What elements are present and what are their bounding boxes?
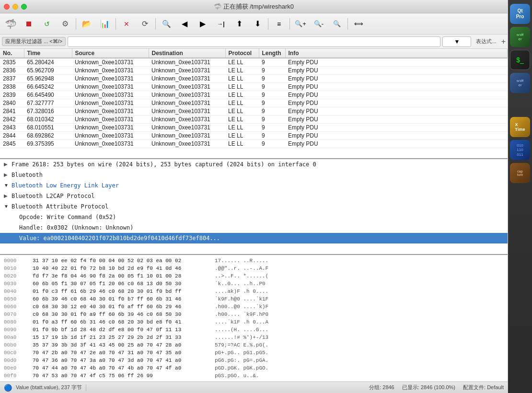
table-row[interactable]: 2842 68.010342 Unknown_0xee103731 Unknow… <box>0 116 508 124</box>
hex-offset: 00f0 <box>4 372 23 380</box>
detail-row[interactable]: ▶ Bluetooth L2CAP Protocol <box>0 191 508 201</box>
table-row[interactable]: 2839 66.645490 Unknown_0xee103731 Unknow… <box>0 91 508 99</box>
detail-row[interactable]: ▶ Bluetooth <box>0 170 508 180</box>
title-bar: 🦈 正在捕获 /tmp/wireshark0 <box>0 0 508 13</box>
go-top-button[interactable]: ⬆ <box>231 16 248 32</box>
sniffer2-icon[interactable]: sniffer <box>510 73 530 93</box>
go-to-button[interactable]: →| <box>212 16 230 32</box>
cell-no: 2836 <box>0 67 24 75</box>
status-icon: 🔵 <box>4 384 12 392</box>
binary-icon[interactable]: 010110011 <box>510 140 530 160</box>
cell-info: Empty PDU <box>285 116 508 124</box>
table-row[interactable]: 2838 66.645242 Unknown_0xee103731 Unknow… <box>0 83 508 91</box>
restart-button[interactable]: ↺ <box>38 16 56 32</box>
hex-row: 0080 01 f0 a3 ff 60 6b 31 46 c0 68 20 30… <box>4 318 504 326</box>
terminal-icon[interactable]: $_ <box>510 50 530 70</box>
toolbar-separator-2 <box>116 18 116 30</box>
filter-dropdown[interactable]: ▼ <box>442 36 471 47</box>
table-row[interactable]: 2835 65.280424 Unknown_0xee103731 Unknow… <box>0 58 508 67</box>
table-row[interactable]: 2845 69.375395 Unknown_0xee103731 Unknow… <box>0 140 508 148</box>
hex-bytes: 70 47 44 a0 70 47 4b a0 70 47 4b a0 70 4… <box>33 364 205 372</box>
capture-icon[interactable]: capture <box>510 163 530 183</box>
save-file-button[interactable]: 📊 <box>96 16 114 32</box>
go-back-button[interactable]: ◀ <box>176 16 193 32</box>
title-text: 🦈 正在捕获 /tmp/wireshark0 <box>214 2 294 11</box>
cell-destination: Unknown_0xee103731 <box>149 83 225 91</box>
reload-button[interactable]: ⟳ <box>136 16 153 32</box>
cell-protocol: LE LL <box>225 116 259 124</box>
hex-ascii: .h00..@0 ....`k)F <box>215 303 268 311</box>
cell-length: 9 <box>259 58 285 67</box>
col-header-no: No. <box>0 49 24 58</box>
zoom-out-button[interactable]: 🔍- <box>310 16 327 32</box>
toolbar-separator-3 <box>155 18 156 30</box>
hex-row: 0000 31 37 10 ee 02 f4 f0 00 04 00 52 02… <box>4 257 504 265</box>
hex-row: 0060 c0 68 30 30 12 e0 40 30 01 f0 af ff… <box>4 303 504 311</box>
add-filter-button[interactable]: + <box>501 37 506 46</box>
hex-ascii: ..>..F.. *......( <box>215 272 268 280</box>
table-row[interactable]: 2843 68.010551 Unknown_0xee103731 Unknow… <box>0 124 508 132</box>
cell-source: Unknown_0xee103731 <box>72 58 149 67</box>
hex-ascii: pGD.pGK. pGK.pGO. <box>215 364 268 372</box>
cell-length: 9 <box>259 107 285 116</box>
packet-table: No. Time Source Destination Protocol Len… <box>0 49 508 148</box>
cell-info: Empty PDU <box>285 75 508 83</box>
hex-offset: 00a0 <box>4 334 23 341</box>
hex-dump[interactable]: 0000 31 37 10 ee 02 f4 f0 00 04 00 52 02… <box>0 255 508 381</box>
expression-button[interactable]: 表达式... <box>473 37 499 46</box>
cell-protocol: LE LL <box>225 99 259 107</box>
detail-row[interactable]: Handle: 0x0302 (Unknown: Unknown) <box>0 222 508 233</box>
detail-panel[interactable]: ▶ Frame 2618: 253 bytes on wire (2024 bi… <box>0 159 508 255</box>
filter-input[interactable] <box>68 36 440 47</box>
table-row[interactable]: 2837 65.962948 Unknown_0xee103731 Unknow… <box>0 75 508 83</box>
table-row[interactable]: 2844 68.692862 Unknown_0xee103731 Unknow… <box>0 132 508 140</box>
detail-row[interactable]: ▶ Frame 2618: 253 bytes on wire (2024 bi… <box>0 159 508 170</box>
cell-source: Unknown_0xee103731 <box>72 75 149 83</box>
detail-row[interactable]: Opcode: Write Command (0x52) <box>0 212 508 222</box>
toolbar-separator-1 <box>76 18 76 30</box>
cell-source: Unknown_0xee103731 <box>72 91 149 99</box>
hex-offset: 0040 <box>4 288 23 295</box>
xtime-icon[interactable]: XTime <box>510 117 530 137</box>
hex-row: 00c0 70 47 2b a0 70 47 2e a0 70 47 31 a0… <box>4 349 504 357</box>
status-separator-1 <box>86 384 86 391</box>
table-row[interactable]: 2841 67.328016 Unknown_0xee103731 Unknow… <box>0 107 508 116</box>
qtpro-icon[interactable]: QtPro <box>510 4 530 24</box>
find-packet-button[interactable]: 🔍 <box>158 16 175 32</box>
hex-bytes: 10 40 40 22 01 f0 72 b8 10 bd 2d e9 f0 4… <box>33 265 205 272</box>
colorize-button[interactable]: ≡ <box>270 16 288 32</box>
filter-label[interactable]: 应用显示过滤器 ... <⌘/> <box>2 37 66 46</box>
close-file-button[interactable]: ✕ <box>118 16 135 32</box>
table-row[interactable]: 2840 67.327777 Unknown_0xee103731 Unknow… <box>0 99 508 107</box>
cell-source: Unknown_0xee103731 <box>72 83 149 91</box>
table-row[interactable]: 2836 65.962709 Unknown_0xee103731 Unknow… <box>0 67 508 75</box>
minimize-button[interactable] <box>12 4 18 10</box>
zoom-in-button[interactable]: 🔍+ <box>292 16 309 32</box>
preferences-button[interactable]: ⚙ <box>57 16 74 32</box>
cell-time: 67.328016 <box>24 107 72 116</box>
cell-length: 9 <box>259 124 285 132</box>
hex-ascii: pG+.pG.. pG1.pG5. <box>215 349 268 357</box>
maximize-button[interactable] <box>21 4 27 10</box>
cell-source: Unknown_0xee103731 <box>72 67 149 75</box>
cell-no: 2838 <box>0 83 24 91</box>
col-header-info: Info <box>285 49 508 58</box>
zoom-reset-button[interactable]: 🔍 <box>328 16 346 32</box>
stop-capture-button[interactable]: ⏹ <box>20 16 37 32</box>
go-forward-button[interactable]: ▶ <box>194 16 211 32</box>
packet-list[interactable]: No. Time Source Destination Protocol Len… <box>0 49 508 159</box>
detail-row[interactable]: ▼ Bluetooth Low Energy Link Layer <box>0 180 508 191</box>
detail-row[interactable]: ▼ Bluetooth Attribute Protocol <box>0 201 508 212</box>
hex-row: 0050 60 6b 39 46 c0 68 40 30 01 f0 b7 ff… <box>4 295 504 303</box>
hex-ascii: pG6.pG:. pG=.pGA. <box>215 357 268 364</box>
hex-row: 0040 01 f0 c3 ff 61 6b 29 46 c0 68 20 30… <box>4 288 504 295</box>
open-file-button[interactable]: 📂 <box>78 16 95 32</box>
col-header-source: Source <box>72 49 149 58</box>
resize-columns-button[interactable]: ⟺ <box>350 16 367 32</box>
detail-row[interactable]: Value: ea00021040402201f072b810bd2de9f04… <box>0 233 508 243</box>
hex-offset: 0060 <box>4 303 23 311</box>
close-button[interactable] <box>4 4 10 10</box>
sniffer1-icon[interactable]: sniffer <box>510 27 530 47</box>
go-bottom-button[interactable]: ⬇ <box>249 16 266 32</box>
hex-offset: 00e0 <box>4 364 23 372</box>
